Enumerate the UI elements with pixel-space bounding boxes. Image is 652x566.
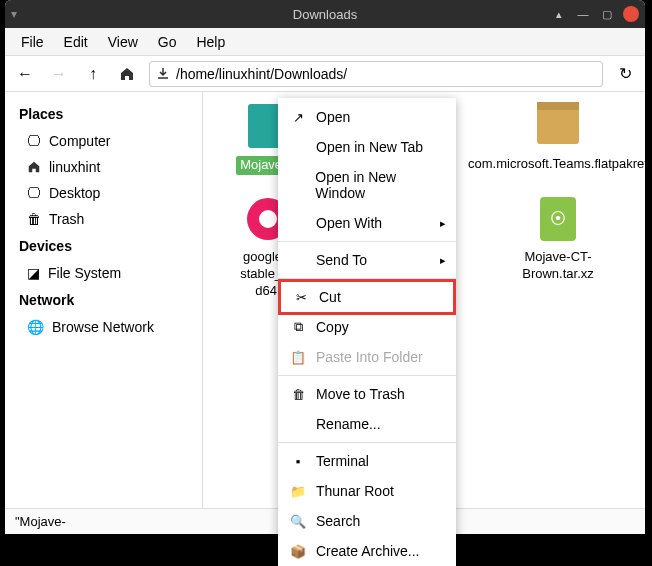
menu-edit[interactable]: Edit	[56, 30, 96, 54]
sidebar: Places 🖵Computer linuxhint 🖵Desktop 🗑Tra…	[5, 92, 203, 508]
sidebar-item-home[interactable]: linuxhint	[5, 154, 202, 180]
ctx-trash[interactable]: 🗑Move to Trash	[278, 379, 456, 409]
maximize-button[interactable]: ▢	[599, 6, 615, 22]
sidebar-item-trash[interactable]: 🗑Trash	[5, 206, 202, 232]
file-item[interactable]: Mojave-CT-Brown.tar.xz	[503, 195, 613, 300]
menubar: File Edit View Go Help	[5, 28, 645, 56]
window-title: Downloads	[293, 7, 357, 22]
ctx-open-tab[interactable]: Open in New Tab	[278, 132, 456, 162]
address-bar[interactable]	[149, 61, 603, 87]
ctx-terminal[interactable]: ▪Terminal	[278, 446, 456, 476]
computer-icon: 🖵	[27, 133, 41, 149]
context-menu: ↗Open Open in New Tab Open in New Window…	[278, 98, 456, 566]
toolbar: ← → ↑ ↻	[5, 56, 645, 92]
sidebar-item-filesystem[interactable]: ◪File System	[5, 260, 202, 286]
menu-file[interactable]: File	[13, 30, 52, 54]
trash-icon: 🗑	[27, 211, 41, 227]
menu-go[interactable]: Go	[150, 30, 185, 54]
separator	[278, 241, 456, 242]
home-button[interactable]	[115, 62, 139, 86]
ctx-send-to[interactable]: Send To	[278, 245, 456, 275]
archive-icon	[534, 195, 582, 243]
archive-icon: 📦	[290, 544, 306, 559]
expand-icon[interactable]: ▴	[551, 6, 567, 22]
ctx-open-with[interactable]: Open With	[278, 208, 456, 238]
ctx-open-window[interactable]: Open in New Window	[278, 162, 456, 208]
sidebar-item-network[interactable]: 🌐Browse Network	[5, 314, 202, 340]
open-icon: ↗	[290, 110, 306, 125]
separator	[278, 442, 456, 443]
sidebar-heading-places: Places	[5, 100, 202, 128]
forward-button[interactable]: →	[47, 62, 71, 86]
reload-button[interactable]: ↻	[613, 62, 637, 86]
window-controls: ▴ — ▢	[551, 6, 639, 22]
menu-help[interactable]: Help	[188, 30, 233, 54]
ctx-open[interactable]: ↗Open	[278, 102, 456, 132]
close-button[interactable]	[623, 6, 639, 22]
titlebar[interactable]: ▾ Downloads ▴ — ▢	[5, 0, 645, 28]
separator	[278, 375, 456, 376]
sidebar-item-desktop[interactable]: 🖵Desktop	[5, 180, 202, 206]
desktop-icon: 🖵	[27, 185, 41, 201]
trash-icon: 🗑	[290, 387, 306, 402]
folder-icon: 📁	[290, 484, 306, 499]
file-item[interactable]: com.microsoft.Teams.flatpakref	[503, 102, 613, 175]
minimize-button[interactable]: —	[575, 6, 591, 22]
titlebar-left-icon: ▾	[11, 7, 17, 21]
ctx-paste: 📋Paste Into Folder	[278, 342, 456, 372]
ctx-archive[interactable]: 📦Create Archive...	[278, 536, 456, 566]
path-input[interactable]	[176, 66, 596, 82]
menu-view[interactable]: View	[100, 30, 146, 54]
search-icon: 🔍	[290, 514, 306, 529]
paste-icon: 📋	[290, 350, 306, 365]
sidebar-heading-network: Network	[5, 286, 202, 314]
ctx-search[interactable]: 🔍Search	[278, 506, 456, 536]
ctx-rename[interactable]: Rename...	[278, 409, 456, 439]
sidebar-item-computer[interactable]: 🖵Computer	[5, 128, 202, 154]
terminal-icon: ▪	[290, 454, 306, 469]
back-button[interactable]: ←	[13, 62, 37, 86]
sidebar-heading-devices: Devices	[5, 232, 202, 260]
disk-icon: ◪	[27, 265, 40, 281]
up-button[interactable]: ↑	[81, 62, 105, 86]
copy-icon: ⧉	[290, 319, 306, 335]
cut-icon: ✂	[293, 290, 309, 305]
package-icon	[534, 102, 582, 150]
ctx-copy[interactable]: ⧉Copy	[278, 312, 456, 342]
ctx-cut[interactable]: ✂Cut	[278, 279, 456, 315]
globe-icon: 🌐	[27, 319, 44, 335]
home-icon	[27, 160, 41, 174]
status-text: "Mojave-	[15, 514, 66, 529]
ctx-thunar-root[interactable]: 📁Thunar Root	[278, 476, 456, 506]
download-icon	[156, 67, 170, 81]
